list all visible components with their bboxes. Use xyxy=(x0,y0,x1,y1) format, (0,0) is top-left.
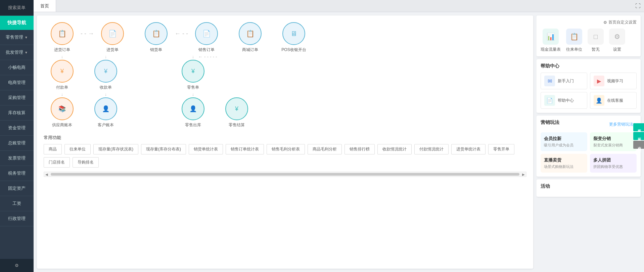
func-btn-partners[interactable]: 往来单位 xyxy=(64,144,91,154)
func-btn-gross1[interactable]: 销售毛利分析表 xyxy=(267,144,305,154)
flow-node-sales[interactable]: 📋 销货单 xyxy=(138,22,175,53)
sidebar-item-tax[interactable]: 税务管理 xyxy=(0,166,34,181)
col-retail-settle: ↓ ¥ 零售结算 xyxy=(218,92,255,128)
sidebar-item-salary[interactable]: 工资 xyxy=(0,196,34,211)
sidebar-search[interactable]: 搜索菜单 xyxy=(0,0,34,16)
sidebar-item-admin[interactable]: 行政管理 xyxy=(0,211,34,226)
quick-icon-none[interactable]: □ 暂无 xyxy=(588,29,604,52)
arrow-from-pos: ← - - - - - xyxy=(198,54,217,67)
quick-icon-settings[interactable]: ⚙ 设置 xyxy=(609,29,625,52)
func-btn-goods[interactable]: 商品 xyxy=(44,144,62,154)
flow-node-retail-settle[interactable]: ¥ 零售结算 xyxy=(218,97,255,128)
flow-node-supplier-book[interactable]: 📚 供应商账本 xyxy=(44,97,81,128)
help-item-beginner[interactable]: ✉ 新手入门 xyxy=(541,73,587,89)
marketing-item-member[interactable]: 会员拉新 吸引用户成为会员 xyxy=(541,132,587,151)
content-area: 📋 进货订单 - - → 📄 进货单 📋 销货单 xyxy=(34,12,644,272)
sidebar-item-capital[interactable]: 资金管理 xyxy=(0,121,34,136)
arrow-left-1: ← - - xyxy=(175,30,188,45)
customize-link[interactable]: ⚙ 首页自定义设置 xyxy=(603,19,637,25)
quick-icons: 📊 现金流量表 📋 往来单位 □ 暂无 ⚙ 设置 xyxy=(541,29,637,52)
marketing-item-fission[interactable]: 裂变分销 裂变式发展分销商 xyxy=(590,132,637,151)
activity-title: 活动 xyxy=(541,183,637,189)
func-btn-purchase-stat[interactable]: 进货单统计表 xyxy=(451,144,486,154)
sidebar: 搜索菜单 快捷导航 零售管理▼ 批发管理▼ 小畅电商 电商管理 采购管理 库存核… xyxy=(0,0,34,272)
flow-node-retail-out[interactable]: 👤 零售出库 xyxy=(175,97,212,128)
flow-section: 📋 进货订单 - - → 📄 进货单 📋 销货单 xyxy=(44,22,526,128)
flow-node-mall-order[interactable]: 📋 商城订单 xyxy=(232,22,269,53)
float-buttons: 客服热线 服务社区 桌面快捷 xyxy=(633,123,644,149)
sidebar-item-fixed-assets[interactable]: 固定资产 xyxy=(0,181,34,196)
common-functions: 常用功能 商品 往来单位 现存量(库存状况表) 现存量(库存分布表) 销货单统计… xyxy=(44,135,526,168)
flow-node-purchase-order[interactable]: 📋 进货订单 xyxy=(44,22,81,53)
sidebar-item-inventory[interactable]: 库存核算 xyxy=(0,105,34,121)
sidebar-item-purchase[interactable]: 采购管理 xyxy=(0,90,34,105)
flow-node-sales-order[interactable]: 📄 销售订单 xyxy=(188,22,225,53)
common-functions-title: 常用功能 xyxy=(44,135,526,141)
quick-access-section: ⚙ 首页自定义设置 📊 现金流量表 📋 往来单位 □ 暂无 xyxy=(537,15,641,56)
func-btn-stock1[interactable]: 现存量(库存状况表) xyxy=(93,144,138,154)
func-btn-sales-order-stat[interactable]: 销售订单统计表 xyxy=(226,144,264,154)
func-btn-gross2[interactable]: 商品毛利分析 xyxy=(308,144,342,154)
scroll-left-btn[interactable]: ◀ xyxy=(44,172,49,177)
scroll-area[interactable]: ◀ ▶ xyxy=(44,172,526,177)
quick-access-header: ⚙ 首页自定义设置 xyxy=(541,19,637,25)
help-center-section: 帮助中心 ✉ 新手入门 ▶ 视频学习 📄 帮助中心 👤 xyxy=(537,59,641,113)
flow-node-purchase[interactable]: 📄 进货单 xyxy=(94,22,131,53)
scroll-right-btn[interactable]: ▶ xyxy=(521,172,526,177)
arrow-right-1: - - → xyxy=(81,30,94,45)
right-panel: ⚙ 首页自定义设置 📊 现金流量表 📋 往来单位 □ 暂无 xyxy=(537,12,644,272)
flow-node-receipt[interactable]: ¥ 收款单 xyxy=(87,60,124,90)
help-item-video[interactable]: ▶ 视频学习 xyxy=(590,73,637,89)
quick-icon-cashflow[interactable]: 📊 现金流量表 xyxy=(541,29,561,52)
marketing-header: 营销玩法 更多营销玩法 > xyxy=(541,120,637,129)
func-btn-sales-rank[interactable]: 销售排行榜 xyxy=(344,144,375,154)
col-sales: ↓ ¥ 收款单 xyxy=(87,54,124,90)
func-btn-receipt-stat[interactable]: 收款情况统计 xyxy=(377,144,412,154)
activity-section: 活动 xyxy=(537,179,641,197)
marketing-title: 营销玩法 xyxy=(541,120,559,126)
flow-node-pos[interactable]: 🖥 POS收银开台 xyxy=(275,22,312,53)
col-customer: ↓ 👤 客户账本 xyxy=(87,92,124,128)
main-area: 首页 ⛶ 📋 进货订单 - - → 📄 xyxy=(34,0,644,272)
help-item-help-center[interactable]: 📄 帮助中心 xyxy=(541,92,587,109)
help-center-title: 帮助中心 xyxy=(541,63,637,69)
scroll-thumb xyxy=(51,173,519,176)
float-btn-service[interactable]: 客服热线 xyxy=(633,123,644,131)
left-panel: 📋 进货订单 - - → 📄 进货单 📋 销货单 xyxy=(37,15,533,269)
func-btn-store-rank[interactable]: 门店排名 xyxy=(44,157,70,168)
tab-expand-icon[interactable]: ⛶ xyxy=(632,3,644,9)
help-item-online-service[interactable]: 👤 在线客服 xyxy=(590,92,637,109)
marketing-section: 营销玩法 更多营销玩法 > 会员拉新 吸引用户成为会员 裂变分销 裂变式发展分销… xyxy=(537,116,641,177)
func-btn-guide-rank[interactable]: 导购排名 xyxy=(73,157,99,168)
func-btn-payment-stat[interactable]: 付款情况统计 xyxy=(414,144,449,154)
quick-icon-partners[interactable]: 📋 往来单位 xyxy=(566,29,582,52)
flow-node-customer-book[interactable]: 👤 客户账本 xyxy=(87,97,124,128)
sidebar-item-ledger[interactable]: 总账管理 xyxy=(0,136,34,151)
func-grid: 商品 往来单位 现存量(库存状况表) 现存量(库存分布表) 销货单统计表 销售订… xyxy=(44,144,526,168)
more-marketing-link[interactable]: 更多营销玩法 > xyxy=(609,122,637,127)
marketing-item-live[interactable]: 直播卖货 场景式购物新玩法 xyxy=(541,154,587,173)
marketing-item-group[interactable]: 多人拼团 拼团购物享受优惠 xyxy=(590,154,637,173)
flow-node-payment[interactable]: ¥ 付款单 xyxy=(44,60,81,90)
col-purchase: ↓ ¥ 付款单 xyxy=(44,54,81,90)
sidebar-item-invoice[interactable]: 发票管理 xyxy=(0,151,34,166)
sidebar-item-wholesale[interactable]: 批发管理▼ xyxy=(0,45,34,60)
float-btn-desktop[interactable]: 桌面快捷 xyxy=(633,141,644,149)
sidebar-item-ecommerce-small[interactable]: 小畅电商 xyxy=(0,60,34,75)
func-btn-stock2[interactable]: 现存量(库存分布表) xyxy=(141,144,186,154)
help-grid: ✉ 新手入门 ▶ 视频学习 📄 帮助中心 👤 在线客服 xyxy=(541,73,637,109)
col-supplier: ↓ 📚 供应商账本 xyxy=(44,92,81,128)
tabbar: 首页 ⛶ xyxy=(34,0,644,12)
sidebar-settings[interactable]: ⚙ xyxy=(0,259,34,272)
sidebar-nav-header: 快捷导航 xyxy=(0,16,34,30)
float-btn-community[interactable]: 服务社区 xyxy=(633,132,644,140)
func-btn-sales-stat[interactable]: 销货单统计表 xyxy=(189,144,223,154)
col-retail-out: ↓ 👤 零售出库 xyxy=(175,92,212,128)
func-btn-retail-order[interactable]: 零售开单 xyxy=(488,144,514,154)
sidebar-item-retail[interactable]: 零售管理▼ xyxy=(0,30,34,45)
sidebar-item-ecommerce[interactable]: 电商管理 xyxy=(0,75,34,90)
tab-home[interactable]: 首页 xyxy=(34,0,56,12)
marketing-grid: 会员拉新 吸引用户成为会员 裂变分销 裂变式发展分销商 直播卖货 场景式购物新玩… xyxy=(541,132,637,173)
